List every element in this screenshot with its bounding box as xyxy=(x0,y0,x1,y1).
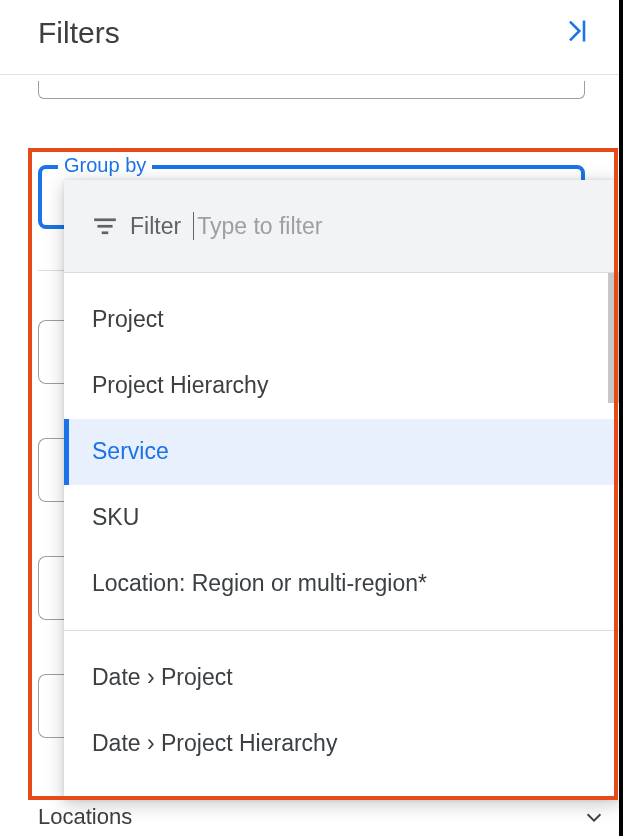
filter-label: Filter xyxy=(130,213,181,240)
previous-field-partial xyxy=(0,81,623,99)
hidden-field xyxy=(38,556,65,620)
locations-section-header[interactable]: Locations xyxy=(38,804,605,830)
option-group-2: Date › Project Date › Project Hierarchy xyxy=(64,630,620,791)
options-list: Project Project Hierarchy Service SKU Lo… xyxy=(64,273,620,800)
filter-input[interactable] xyxy=(193,212,592,240)
option-project-hierarchy[interactable]: Project Hierarchy xyxy=(64,353,620,419)
filters-header: Filters xyxy=(0,0,623,75)
svg-rect-1 xyxy=(94,218,116,221)
panel-right-edge xyxy=(619,0,623,836)
option-date-project[interactable]: Date › Project xyxy=(64,645,620,711)
hidden-field xyxy=(38,674,65,738)
chevron-down-icon xyxy=(583,806,605,828)
option-date-project-hierarchy[interactable]: Date › Project Hierarchy xyxy=(64,711,620,777)
group-by-dropdown: Filter Project Project Hierarchy Service… xyxy=(64,180,620,800)
option-group-1: Project Project Hierarchy Service SKU Lo… xyxy=(64,273,620,630)
option-project[interactable]: Project xyxy=(64,287,620,353)
option-location[interactable]: Location: Region or multi-region* xyxy=(64,551,620,617)
group-by-label: Group by xyxy=(58,154,152,177)
hidden-field xyxy=(38,438,65,502)
collapse-panel-button[interactable] xyxy=(563,17,591,49)
filters-title: Filters xyxy=(38,16,120,50)
filter-row: Filter xyxy=(64,180,620,273)
option-service[interactable]: Service xyxy=(64,419,620,485)
locations-label: Locations xyxy=(38,804,132,830)
hidden-field xyxy=(38,320,65,384)
svg-rect-2 xyxy=(97,225,112,228)
chevron-collapse-icon xyxy=(563,17,591,45)
option-sku[interactable]: SKU xyxy=(64,485,620,551)
svg-rect-3 xyxy=(102,231,109,234)
filter-list-icon xyxy=(92,213,118,239)
